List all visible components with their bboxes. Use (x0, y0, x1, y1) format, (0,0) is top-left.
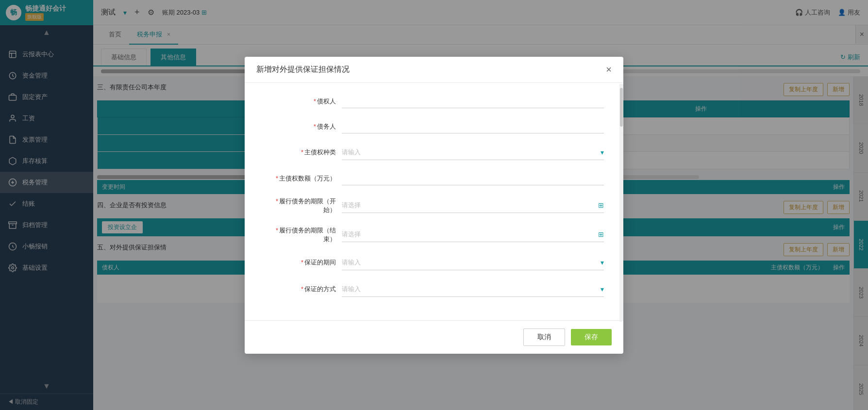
debt-type-chevron-icon: ▾ (601, 148, 604, 156)
period-start-picker[interactable]: 请选择 ⊞ (342, 198, 604, 213)
form-field-guarantee-method: *保证的方式 请输入 ▾ (264, 282, 604, 297)
debt-amount-input[interactable] (342, 172, 604, 185)
modal-footer: 取消 保存 (245, 320, 623, 354)
guarantee-period-label: *保证的期间 (264, 258, 342, 267)
debtor-input[interactable] (342, 120, 604, 133)
guarantee-method-chevron-icon: ▾ (601, 285, 604, 293)
modal-header: 新增对外提供保证担保情况 × (245, 57, 623, 83)
modal-title: 新增对外提供保证担保情况 (256, 65, 350, 75)
guarantee-period-select[interactable]: 请输入 ▾ (342, 255, 604, 270)
period-end-calendar-icon: ⊞ (598, 230, 604, 238)
form-field-debt-type: *主债权种类 请输入 ▾ (264, 145, 604, 160)
save-button[interactable]: 保存 (571, 329, 612, 345)
period-start-label: *履行债务的期限（开始） (264, 197, 342, 214)
period-end-label: *履行债务的期限（结束） (264, 226, 342, 244)
form-field-period-end: *履行债务的期限（结束） 请选择 ⊞ (264, 226, 604, 244)
modal-scroll-thumb (620, 88, 623, 127)
form-field-period-start: *履行债务的期限（开始） 请选择 ⊞ (264, 197, 604, 214)
guarantee-method-label: *保证的方式 (264, 285, 342, 294)
creditor-input[interactable] (342, 95, 604, 108)
guarantee-period-chevron-icon: ▾ (601, 259, 604, 266)
form-field-guarantee-period: *保证的期间 请输入 ▾ (264, 255, 604, 270)
guarantee-period-placeholder: 请输入 (342, 258, 601, 267)
form-field-debtor: *债务人 (264, 120, 604, 133)
debtor-label: *债务人 (264, 122, 342, 131)
period-start-calendar-icon: ⊞ (598, 201, 604, 209)
form-field-creditor: *债权人 (264, 95, 604, 108)
debt-type-select[interactable]: 请输入 ▾ (342, 145, 604, 160)
debt-type-placeholder: 请输入 (342, 148, 601, 157)
debt-type-label: *主债权种类 (264, 148, 342, 157)
modal-scrollbar (619, 84, 623, 322)
modal-dialog: 新增对外提供保证担保情况 × *债权人 *债务人 * (245, 57, 623, 354)
guarantee-method-placeholder: 请输入 (342, 285, 601, 294)
modal-body: *债权人 *债务人 *主债权种类 请输入 ▾ (245, 83, 623, 320)
creditor-label: *债权人 (264, 97, 342, 106)
guarantee-method-select[interactable]: 请输入 ▾ (342, 282, 604, 297)
modal-overlay: 新增对外提供保证担保情况 × *债权人 *债务人 * (0, 0, 868, 410)
debt-amount-label: *主债权数额（万元） (264, 174, 342, 183)
period-end-picker[interactable]: 请选择 ⊞ (342, 227, 604, 242)
period-start-placeholder: 请选择 (342, 201, 598, 210)
period-end-placeholder: 请选择 (342, 230, 598, 239)
modal-close-button[interactable]: × (606, 65, 612, 74)
cancel-button[interactable]: 取消 (523, 328, 565, 346)
form-field-debt-amount: *主债权数额（万元） (264, 172, 604, 185)
